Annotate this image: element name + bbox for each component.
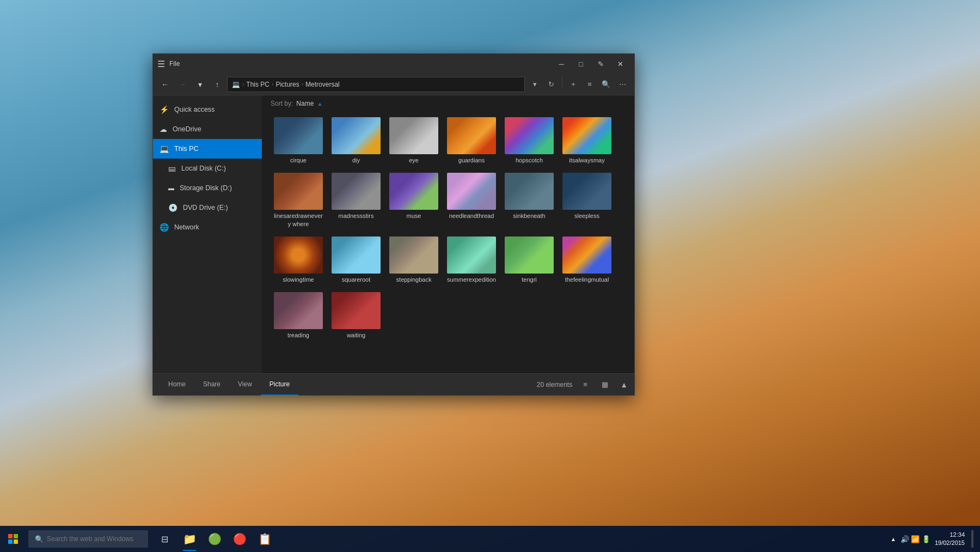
search-input[interactable]: [47, 535, 142, 543]
file-thumbnail: [332, 292, 381, 329]
file-item-itsalwaysmay[interactable]: itsalwaysmay: [559, 114, 615, 167]
show-desktop-button[interactable]: [971, 530, 973, 548]
hamburger-menu-icon[interactable]: ☰: [157, 59, 165, 69]
file-thumbnail: [505, 236, 554, 274]
grid-view-button[interactable]: ▦: [598, 378, 611, 391]
minimize-button[interactable]: ─: [552, 54, 571, 74]
breadcrumb-pc-icon: 💻: [232, 81, 240, 88]
forward-button[interactable]: →: [175, 77, 190, 92]
sidebar-item-network[interactable]: 🌐 Network: [153, 217, 262, 237]
taskbar-app-green[interactable]: 🟢: [203, 526, 226, 552]
file-item-tengri[interactable]: tengri: [501, 233, 557, 287]
file-item-muse[interactable]: muse: [386, 169, 442, 231]
dropdown-button[interactable]: ▾: [192, 77, 207, 92]
file-name: needleandthread: [449, 212, 494, 220]
new-folder-button[interactable]: +: [566, 77, 581, 92]
sidebar-item-storage-disk-d[interactable]: ▬ Storage Disk (D:): [153, 178, 262, 198]
file-item-diy[interactable]: diy: [328, 114, 384, 167]
file-thumbnail: [332, 236, 381, 274]
file-thumbnail: [505, 173, 554, 210]
file-thumbnail: [332, 117, 381, 154]
close-button[interactable]: ✕: [610, 54, 630, 74]
expand-button[interactable]: ▲: [620, 380, 628, 389]
tray-chevron-icon[interactable]: ▲: [891, 536, 896, 542]
breadcrumb-this-pc[interactable]: This PC: [246, 81, 270, 88]
file-item-cirque[interactable]: cirque: [271, 114, 326, 167]
content-area: ⚡ Quick access ☁ OneDrive 💻 This PC 🖴 Lo…: [153, 95, 634, 373]
element-count: 20 elements: [537, 381, 572, 389]
taskbar-apps: ⊟ 📁 🟢 🔴 📋: [152, 526, 277, 552]
list-view-button[interactable]: ≡: [579, 378, 592, 391]
sidebar-item-dvd-drive-e[interactable]: 💿 DVD Drive (E:): [153, 198, 262, 217]
file-name: linesaredrawnevery where: [273, 212, 324, 228]
file-thumbnail: [562, 117, 611, 154]
sort-bar: Sort by: Name ▲: [271, 100, 626, 107]
file-name: hopscotch: [516, 156, 543, 164]
tab-picture[interactable]: Picture: [261, 374, 298, 396]
file-name: sleepless: [574, 212, 599, 220]
breadcrumb-metroversal[interactable]: Metroversal: [305, 81, 340, 88]
file-item-squareroot[interactable]: squareroot: [328, 233, 384, 287]
tab-home[interactable]: Home: [160, 374, 194, 396]
file-item-sleepless[interactable]: sleepless: [559, 169, 615, 231]
up-button[interactable]: ↑: [210, 77, 225, 92]
taskbar-app-red[interactable]: 🔴: [228, 526, 252, 552]
this-pc-icon: 💻: [160, 144, 169, 153]
view-options-button[interactable]: ≡: [582, 77, 597, 92]
file-item-slowingtime[interactable]: slowingtime: [271, 233, 326, 287]
file-thumbnail: [447, 117, 496, 154]
file-item-treading[interactable]: treading: [271, 289, 326, 342]
file-item-hopscotch[interactable]: hopscotch: [501, 114, 557, 167]
refresh-button[interactable]: ↻: [543, 77, 559, 92]
maximize-button[interactable]: □: [571, 54, 591, 74]
search-button[interactable]: 🔍: [598, 77, 614, 92]
more-options-button[interactable]: ⋯: [615, 77, 630, 92]
taskbar-app-file-explorer[interactable]: 📁: [177, 526, 201, 552]
file-thumbnail: [447, 236, 496, 274]
file-item-summerexpedition[interactable]: summerexpedition: [444, 233, 499, 287]
file-item-linesaredrawnevery[interactable]: linesaredrawnevery where: [271, 169, 326, 231]
sidebar-item-quick-access[interactable]: ⚡ Quick access: [153, 100, 262, 119]
title-bar: ☰ File ─ □ ✎ ✕: [153, 54, 634, 74]
dvd-drive-e-icon: 💿: [168, 203, 177, 212]
file-name: sinkbeneath: [513, 212, 545, 220]
file-item-madnessstirs[interactable]: madnessstirs: [328, 169, 384, 231]
sidebar-item-onedrive[interactable]: ☁ OneDrive: [153, 119, 262, 139]
file-thumbnail: [274, 117, 323, 154]
file-item-needleandthread[interactable]: needleandthread: [444, 169, 499, 231]
taskbar-clock[interactable]: 12:34 19/02/2015: [935, 531, 965, 548]
file-thumbnail: [274, 236, 323, 274]
back-button[interactable]: ←: [157, 77, 173, 92]
taskbar-app-clipboard[interactable]: 📋: [253, 526, 277, 552]
edit-button[interactable]: ✎: [591, 54, 610, 74]
start-button[interactable]: [0, 526, 26, 552]
file-item-waiting[interactable]: waiting: [328, 289, 384, 342]
sidebar-item-this-pc[interactable]: 💻 This PC: [153, 139, 262, 159]
taskbar-app-task-view[interactable]: ⊟: [152, 526, 176, 552]
file-name: guardians: [458, 156, 485, 164]
breadcrumb-bar[interactable]: 💻 › This PC › Pictures › Metroversal: [227, 77, 525, 92]
breadcrumb-dropdown-button[interactable]: ▾: [527, 77, 542, 92]
file-name: thefeelingmutual: [565, 276, 609, 283]
tab-view[interactable]: View: [229, 374, 261, 396]
taskbar-search-box[interactable]: 🔍: [28, 530, 148, 548]
app-green-icon: 🟢: [208, 532, 222, 545]
breadcrumb-pictures[interactable]: Pictures: [275, 81, 299, 88]
file-name: tengri: [522, 276, 537, 283]
file-item-thefeelingmutual[interactable]: thefeelingmutual: [559, 233, 615, 287]
tab-share[interactable]: Share: [194, 374, 229, 396]
sidebar-item-label: Network: [174, 223, 199, 231]
navigation-bar: ← → ▾ ↑ 💻 › This PC › Pictures › Metrove…: [153, 74, 634, 95]
file-thumbnail: [274, 292, 323, 329]
file-item-steppingback[interactable]: steppingback: [386, 233, 442, 287]
sidebar-item-local-disk-c[interactable]: 🖴 Local Disk (C:): [153, 159, 262, 178]
sort-by-value[interactable]: Name: [296, 100, 314, 107]
file-name: squareroot: [342, 276, 371, 283]
file-item-sinkbeneath[interactable]: sinkbeneath: [501, 169, 557, 231]
file-name: madnessstirs: [339, 212, 374, 220]
file-name: slowingtime: [283, 276, 314, 283]
network-icon: 🌐: [160, 223, 169, 232]
file-item-guardians[interactable]: guardians: [444, 114, 499, 167]
file-item-eye[interactable]: eye: [386, 114, 442, 167]
bottom-bar: Home Share View Picture 20 elements ≡ ▦ …: [153, 373, 634, 395]
